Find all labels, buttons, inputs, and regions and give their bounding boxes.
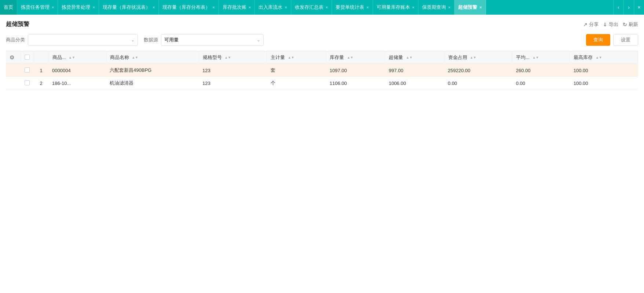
table-row: 1 0000004 六配套新昌490BPG 123 套 1097.00 997.… bbox=[6, 64, 638, 77]
export-button[interactable]: ⇓ 导出 bbox=[603, 21, 618, 28]
page-container: 超储预警 ↗ 分享 ⇓ 导出 ↻ 刷新 商品分类 ⌄ 数据源 bbox=[0, 15, 644, 293]
close-tab-11-icon[interactable]: × bbox=[479, 5, 482, 10]
col-header-unit[interactable]: 主计量 ▲▼ bbox=[267, 51, 326, 64]
close-tab-1-icon[interactable]: × bbox=[52, 5, 54, 10]
row-unit: 套 bbox=[267, 64, 326, 77]
row-avg: 260.00 bbox=[512, 64, 570, 77]
category-arrow-icon: ⌄ bbox=[131, 37, 135, 42]
close-tab-9-icon[interactable]: × bbox=[412, 5, 414, 10]
filter-bar: 商品分类 ⌄ 数据源 可用量 ⌄ 查询 设置 bbox=[6, 34, 638, 46]
nav-tab-2[interactable]: 拣货异常处理 × bbox=[58, 0, 99, 15]
row-spec: 123 bbox=[199, 77, 267, 90]
nav-tab-home[interactable]: 首页 bbox=[0, 0, 17, 15]
sort-product-code-icon: ▲▼ bbox=[69, 56, 75, 59]
row-stock: 1097.00 bbox=[326, 64, 385, 77]
filter-buttons: 查询 设置 bbox=[586, 34, 638, 46]
row-capital: 259220.00 bbox=[444, 64, 512, 77]
nav-tab-1[interactable]: 拣货任务管理 × bbox=[17, 0, 58, 15]
row-product-name: 机油滤清器 bbox=[106, 77, 199, 90]
row-over-stock: 1006.00 bbox=[385, 77, 444, 90]
nav-arrow-close[interactable]: × bbox=[634, 0, 644, 15]
row-settings-cell bbox=[6, 64, 21, 77]
refresh-button[interactable]: ↻ 刷新 bbox=[623, 21, 638, 28]
row-product-code: 0000004 bbox=[48, 64, 106, 77]
share-icon: ↗ bbox=[583, 22, 588, 27]
col-header-over-stock[interactable]: 超储量 ▲▼ bbox=[385, 51, 444, 64]
sort-spec-icon: ▲▼ bbox=[224, 56, 231, 59]
row-over-stock: 997.00 bbox=[385, 64, 444, 77]
nav-tab-10[interactable]: 保质期查询 × bbox=[418, 0, 454, 15]
col-header-capital[interactable]: 资金占用 ▲▼ bbox=[444, 51, 512, 64]
data-table: ⚙ 商品... ▲▼ 商品名称 ▲▼ 规格型号 ▲▼ bbox=[6, 51, 638, 90]
col-header-rownum bbox=[34, 51, 48, 64]
select-all-checkbox[interactable] bbox=[25, 55, 30, 60]
row-checkbox-cell[interactable] bbox=[21, 77, 34, 90]
query-button[interactable]: 查询 bbox=[586, 34, 610, 46]
nav-tab-9[interactable]: 可用量库存账本 × bbox=[373, 0, 418, 15]
nav-tab-3[interactable]: 现存量（库存状况表） × bbox=[99, 0, 159, 15]
nav-tab-11[interactable]: 超储预警 × bbox=[454, 0, 486, 15]
row-number: 2 bbox=[34, 77, 48, 90]
close-tab-8-icon[interactable]: × bbox=[366, 5, 369, 10]
datasource-arrow-icon: ⌄ bbox=[257, 37, 260, 42]
header-actions: ↗ 分享 ⇓ 导出 ↻ 刷新 bbox=[583, 21, 638, 28]
share-button[interactable]: ↗ 分享 bbox=[583, 21, 599, 28]
row-checkbox[interactable] bbox=[25, 80, 30, 85]
row-spec: 123 bbox=[199, 64, 267, 77]
nav-tab-4[interactable]: 现存量（库存分布表） × bbox=[159, 0, 219, 15]
col-header-stock[interactable]: 库存量 ▲▼ bbox=[326, 51, 385, 64]
page-header: 超储预警 ↗ 分享 ⇓ 导出 ↻ 刷新 bbox=[6, 21, 638, 28]
row-checkbox-cell[interactable] bbox=[21, 64, 34, 77]
col-header-checkbox[interactable] bbox=[21, 51, 34, 64]
sort-unit-icon: ▲▼ bbox=[288, 56, 294, 59]
datasource-label: 数据源 bbox=[144, 37, 158, 43]
nav-tab-7[interactable]: 收发存汇总表 × bbox=[291, 0, 332, 15]
settings-button[interactable]: 设置 bbox=[613, 34, 638, 46]
nav-tab-6[interactable]: 出入库流水 × bbox=[255, 0, 291, 15]
table-row: 2 186-10... 机油滤清器 123 个 1106.00 1006.00 … bbox=[6, 77, 638, 90]
datasource-select[interactable]: 可用量 ⌄ bbox=[161, 34, 264, 46]
close-tab-2-icon[interactable]: × bbox=[92, 5, 95, 10]
export-icon: ⇓ bbox=[603, 22, 607, 27]
close-tab-3-icon[interactable]: × bbox=[153, 5, 155, 10]
row-capital: 0.00 bbox=[444, 77, 512, 90]
col-header-settings[interactable]: ⚙ bbox=[6, 51, 21, 64]
page-title: 超储预警 bbox=[6, 21, 29, 28]
sort-capital-icon: ▲▼ bbox=[470, 56, 476, 59]
sort-max-stock-icon: ▲▼ bbox=[596, 56, 602, 59]
category-label: 商品分类 bbox=[6, 37, 25, 43]
datasource-value: 可用量 bbox=[164, 37, 179, 43]
close-tab-4-icon[interactable]: × bbox=[212, 5, 215, 10]
row-max-stock: 100.00 bbox=[570, 64, 638, 77]
table-header-row: ⚙ 商品... ▲▼ 商品名称 ▲▼ 规格型号 ▲▼ bbox=[6, 51, 638, 64]
close-tab-7-icon[interactable]: × bbox=[326, 5, 328, 10]
col-header-product-code[interactable]: 商品... ▲▼ bbox=[48, 51, 106, 64]
close-tab-5-icon[interactable]: × bbox=[249, 5, 251, 10]
datasource-filter-group: 数据源 可用量 ⌄ bbox=[144, 34, 264, 46]
close-tab-10-icon[interactable]: × bbox=[448, 5, 450, 10]
refresh-icon: ↻ bbox=[623, 22, 627, 27]
nav-tab-8[interactable]: 要货单统计表 × bbox=[332, 0, 373, 15]
sort-avg-icon: ▲▼ bbox=[533, 56, 539, 59]
row-avg: 0.00 bbox=[512, 77, 570, 90]
col-header-max-stock[interactable]: 最高库存 ▲▼ bbox=[570, 51, 638, 64]
sort-stock-icon: ▲▼ bbox=[347, 56, 354, 59]
row-checkbox[interactable] bbox=[25, 67, 30, 73]
column-settings-icon[interactable]: ⚙ bbox=[10, 54, 14, 60]
row-unit: 个 bbox=[267, 77, 326, 90]
nav-arrow-left[interactable]: ‹ bbox=[613, 0, 623, 15]
row-stock: 1106.00 bbox=[326, 77, 385, 90]
col-header-spec[interactable]: 规格型号 ▲▼ bbox=[199, 51, 267, 64]
sort-product-name-icon: ▲▼ bbox=[132, 56, 138, 59]
nav-tab-5[interactable]: 库存批次账 × bbox=[219, 0, 255, 15]
row-settings-cell bbox=[6, 77, 21, 90]
row-product-code: 186-10... bbox=[48, 77, 106, 90]
col-header-product-name[interactable]: 商品名称 ▲▼ bbox=[106, 51, 199, 64]
row-product-name: 六配套新昌490BPG bbox=[106, 64, 199, 77]
close-tab-6-icon[interactable]: × bbox=[285, 5, 287, 10]
col-header-avg[interactable]: 平均... ▲▼ bbox=[512, 51, 570, 64]
sort-over-stock-icon: ▲▼ bbox=[406, 56, 413, 59]
row-max-stock: 100.00 bbox=[570, 77, 638, 90]
nav-arrow-right[interactable]: › bbox=[623, 0, 634, 15]
category-select[interactable]: ⌄ bbox=[28, 34, 138, 46]
